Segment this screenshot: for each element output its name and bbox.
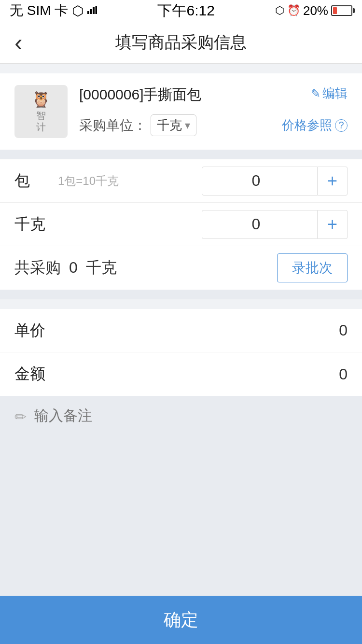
dropdown-arrow: ▾ bbox=[185, 119, 190, 132]
bao-plus-button[interactable]: + bbox=[318, 167, 348, 196]
back-button[interactable]: ‹ bbox=[10, 24, 28, 61]
amount-value: 0 bbox=[339, 365, 348, 383]
total-value: 0 bbox=[69, 259, 78, 276]
svg-rect-0 bbox=[87, 11, 89, 14]
input-section: 包 1包=10千克 + 千克 + bbox=[0, 159, 362, 246]
svg-rect-2 bbox=[93, 7, 95, 14]
bao-input-row: 包 1包=10千克 + bbox=[0, 159, 362, 203]
purchase-unit-row: 采购单位： 千克 ▾ 价格参照 ? bbox=[79, 114, 348, 136]
bao-input-right: + bbox=[119, 167, 348, 196]
unit-select[interactable]: 千克 ▾ bbox=[151, 114, 196, 136]
total-row: 共采购 0 千克 录批次 bbox=[0, 246, 362, 290]
purchase-unit-label: 采购单位： bbox=[79, 116, 147, 135]
product-title-row: [0000006]手撕面包 ✎ 编辑 bbox=[79, 85, 348, 105]
kg-quantity-input[interactable] bbox=[202, 210, 318, 239]
alarm-icon: ⏰ bbox=[287, 4, 300, 17]
product-card: 🦉 智 计 [0000006]手撕面包 ✎ 编辑 采购单位： 千克 ▾ 价格参照… bbox=[0, 73, 362, 150]
signal-bars bbox=[87, 4, 97, 17]
pencil-icon: ✏ bbox=[14, 408, 27, 425]
status-left: 无 SIM 卡 ⬡ bbox=[10, 1, 97, 20]
amount-label: 金额 bbox=[14, 364, 45, 385]
price-ref-label: 价格参照 bbox=[282, 117, 332, 134]
unit-price-label: 单价 bbox=[14, 320, 45, 341]
edit-label: 编辑 bbox=[322, 85, 348, 102]
price-ref-button[interactable]: 价格参照 ? bbox=[282, 117, 348, 134]
status-right: ⬡ ⏰ 20% bbox=[275, 3, 352, 18]
battery-icon bbox=[331, 5, 352, 16]
product-image: 🦉 智 计 bbox=[14, 85, 68, 138]
battery-percent: 20% bbox=[303, 3, 328, 18]
total-label: 共采购 0 千克 bbox=[14, 257, 117, 279]
svg-rect-3 bbox=[96, 6, 97, 14]
product-name: [0000006]手撕面包 bbox=[79, 85, 201, 105]
status-time: 下午6:12 bbox=[157, 1, 214, 21]
amount-row: 金额 0 bbox=[0, 352, 362, 396]
unit-value: 千克 bbox=[157, 117, 182, 134]
unit-price-value: 0 bbox=[339, 322, 348, 339]
edit-icon: ✎ bbox=[311, 87, 320, 100]
kg-plus-button[interactable]: + bbox=[318, 210, 348, 239]
wifi-icon: ⬡ bbox=[72, 3, 84, 19]
kg-input-right: + bbox=[53, 210, 348, 239]
page-title: 填写商品采购信息 bbox=[115, 31, 247, 54]
nav-bar: ‹ 填写商品采购信息 bbox=[0, 21, 362, 64]
record-batch-button[interactable]: 录批次 bbox=[277, 253, 348, 282]
bao-plus-icon: + bbox=[327, 171, 337, 191]
remark-section: ✏ bbox=[0, 396, 362, 459]
confirm-button[interactable]: 确定 bbox=[164, 608, 198, 632]
total-unit: 千克 bbox=[86, 259, 117, 276]
logo-line2: 计 bbox=[31, 121, 51, 133]
unit-price-row: 单价 0 bbox=[0, 309, 362, 352]
bao-quantity-input[interactable] bbox=[202, 167, 318, 196]
confirm-bar[interactable]: 确定 bbox=[0, 596, 362, 644]
help-icon: ? bbox=[335, 119, 348, 132]
logo-line1: 智 bbox=[31, 110, 51, 121]
section-divider-2 bbox=[0, 290, 362, 299]
total-prefix: 共采购 bbox=[14, 259, 61, 276]
bao-hint: 1包=10千克 bbox=[58, 173, 119, 189]
kg-input-row: 千克 + bbox=[0, 203, 362, 246]
price-section: 单价 0 金额 0 bbox=[0, 309, 362, 396]
status-bar: 无 SIM 卡 ⬡ 下午6:12 ⬡ ⏰ 20% bbox=[0, 0, 362, 21]
location-icon: ⬡ bbox=[275, 4, 284, 17]
edit-button[interactable]: ✎ 编辑 bbox=[311, 85, 348, 102]
kg-label: 千克 bbox=[14, 214, 53, 235]
bao-label: 包 bbox=[14, 170, 53, 192]
kg-plus-icon: + bbox=[327, 214, 337, 235]
svg-rect-1 bbox=[90, 9, 92, 14]
remark-input[interactable] bbox=[34, 407, 348, 424]
section-divider-1 bbox=[0, 150, 362, 159]
product-info: [0000006]手撕面包 ✎ 编辑 采购单位： 千克 ▾ 价格参照 ? bbox=[79, 85, 348, 136]
no-sim-label: 无 SIM 卡 bbox=[10, 1, 68, 20]
